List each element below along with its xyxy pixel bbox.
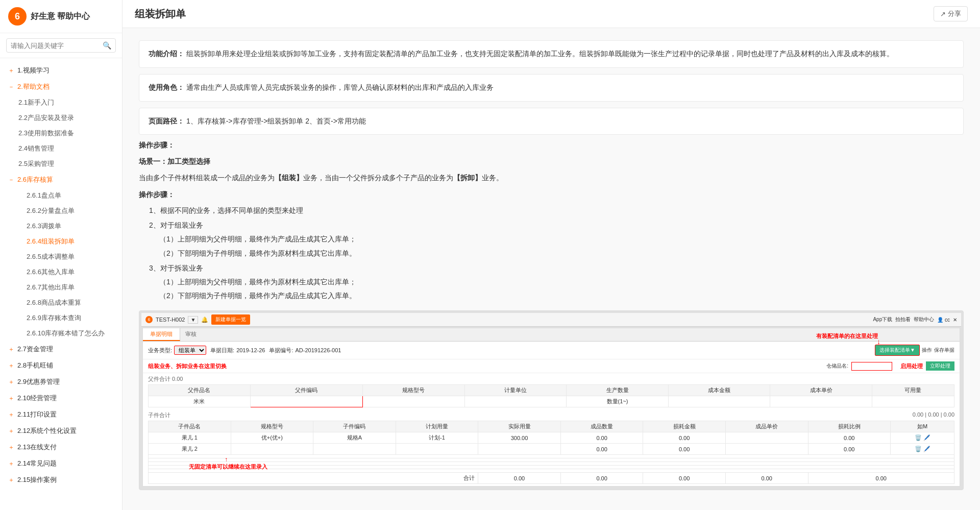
- sc-new-btn[interactable]: 新建单据一览: [211, 314, 250, 325]
- sub-cell-7: 0.00: [643, 432, 726, 444]
- sc-select-bom-btn[interactable]: 选择装配清单▼: [875, 345, 920, 356]
- annotation-switch-label: 组装业务、拆卸业务在这里切换: [148, 362, 227, 370]
- sub-cell-1: 果儿 1: [149, 432, 231, 444]
- sub-empty-row-6: [149, 466, 954, 469]
- sidebar-item-2-2[interactable]: 2.2产品安装及登录: [0, 110, 122, 126]
- expand-icon: ＋: [8, 394, 14, 403]
- share-label: 分享: [948, 9, 961, 18]
- ops-section: 操作步骤： 场景一：加工类型选择 当由多个子件材料组装成一个成品的业务为【组装】…: [139, 141, 964, 490]
- sub-table-row: [149, 466, 954, 469]
- expand-icon: ＋: [8, 361, 14, 370]
- sc-app-icon1: App下载: [873, 316, 892, 323]
- sub-col-h4: 计划用量: [396, 421, 478, 432]
- sidebar-item-2-4[interactable]: 2.4销售管理: [0, 141, 122, 156]
- sub-cell-2: 优+(优+): [231, 432, 313, 444]
- sub-cell-6: 0.00: [560, 432, 643, 444]
- sidebar-item-2-6-7[interactable]: 2.6.7其他出库单: [0, 280, 122, 295]
- sub-cell2-5: [478, 444, 561, 455]
- sub-table-row: 果儿 2 0.00 0.00 0.00 🗑️ 🖊️: [149, 444, 954, 455]
- sidebar-item-2-6-3[interactable]: 2.6.3调拨单: [0, 218, 122, 234]
- col-h6: 成本金额: [668, 385, 770, 396]
- sc-tab-detail[interactable]: 单据明细: [143, 328, 180, 341]
- step3-2: （2）下部明细为子件明细，最终作为产成品生成其它入库单。: [139, 289, 964, 302]
- sub-cell-8: [725, 432, 808, 444]
- sc-no-val: AD-20191226-001: [295, 347, 341, 353]
- sidebar-item-video[interactable]: ＋ 1.视频学习: [0, 62, 122, 79]
- sc-warehouse-input[interactable]: [851, 362, 892, 371]
- sidebar-item-2-13[interactable]: ＋ 2.13在线支付: [0, 439, 122, 455]
- search-box[interactable]: 🔍: [6, 38, 116, 53]
- search-input[interactable]: [11, 42, 103, 50]
- sub-cell2-4: [396, 444, 478, 455]
- sc-save-btn[interactable]: 保存单据: [934, 347, 954, 354]
- sc-icon1: 🔔: [201, 317, 208, 323]
- annotation-manual-label: 无固定清单可以继续在这里录入: [189, 463, 267, 471]
- sub-table-row: [149, 469, 954, 473]
- sidebar-item-2-6[interactable]: － 2.6库存核算: [0, 172, 122, 188]
- sc-confirm-btn[interactable]: 立即处理: [926, 361, 954, 371]
- app-title: 好生意 帮助中心: [31, 11, 90, 22]
- sidebar-item-docs[interactable]: － 2.帮助文档: [0, 79, 122, 95]
- sidebar-item-2-3[interactable]: 2.3使用前数据准备: [0, 126, 122, 141]
- sc-main-window: 单据明细 审核 业务类型: 组装单 拆卸单 单据日: [142, 328, 960, 487]
- sub-empty-row-3: [149, 455, 954, 458]
- sidebar-item-2-6-10[interactable]: 2.6.10库存账本错了怎么办: [0, 326, 122, 341]
- cell-avail: [872, 396, 954, 407]
- sc-close-icon[interactable]: ✕: [953, 317, 957, 323]
- sc-tab-review[interactable]: 审核: [180, 328, 202, 341]
- sc-upper-table-area: 父件合计 0.00 父件品名 父件编码 规格型号 计量单位 生产数量 成本金额: [143, 373, 960, 409]
- search-icon[interactable]: 🔍: [103, 41, 111, 50]
- sidebar-item-2-14[interactable]: ＋ 2.14常见问题: [0, 455, 122, 472]
- sub-col-h6: 成品数量: [560, 421, 643, 432]
- sidebar-item-2-6-1[interactable]: 2.6.1盘点单: [0, 188, 122, 203]
- sc-lower-table-area: 子件合计 0.00 | 0.00 | 0.00 子件品名 规格型号 子件编码 计…: [143, 409, 960, 486]
- step2-1: （1）上部明细为父件明细，最终作为产成品生成其它入库单；: [139, 233, 964, 246]
- expand-icon: ＋: [8, 427, 14, 435]
- sidebar-item-2-6-4[interactable]: 2.6.4组装拆卸单: [0, 234, 122, 249]
- sub-col-h10: 如M: [891, 421, 954, 432]
- sidebar-item-2-6-6[interactable]: 2.6.6其他入库单: [0, 264, 122, 280]
- sidebar-item-2-1[interactable]: 2.1新手入门: [0, 95, 122, 110]
- cell-spec: [363, 396, 465, 407]
- nav-tree: ＋ 1.视频学习 － 2.帮助文档 2.1新手入门 2.2产品安装及登录 2.3…: [0, 58, 122, 510]
- sidebar-item-2-8[interactable]: ＋ 2.8手机旺铺: [0, 357, 122, 374]
- sidebar-item-2-5[interactable]: 2.5采购管理: [0, 156, 122, 172]
- sub-cell2-2: [231, 444, 313, 455]
- sc-lower-table: 子件品名 规格型号 子件编码 计划用量 实际用量 成品数量 损耗金额 成品单价 …: [148, 421, 954, 484]
- sidebar-item-2-7[interactable]: ＋ 2.7资金管理: [0, 341, 122, 357]
- collapse-icon-2-6: －: [8, 176, 14, 184]
- scene1-title: 场景一：加工类型选择: [139, 155, 964, 168]
- share-button[interactable]: ↗ 分享: [934, 6, 968, 21]
- sidebar-item-2-11[interactable]: ＋ 2.11打印设置: [0, 406, 122, 423]
- sc-titlebar: 6 TEST-H002 ▼ 🔔 新建单据一览 App下载 拍拍看 帮助中心 👤 …: [141, 313, 961, 327]
- sidebar-item-2-12[interactable]: ＋ 2.12系统个性化设置: [0, 423, 122, 439]
- cell-code-input[interactable]: [293, 399, 319, 405]
- step3: 3、对于拆装业务: [139, 262, 964, 275]
- sidebar-item-2-6-9[interactable]: 2.6.9库存账本查询: [0, 310, 122, 326]
- sidebar-item-2-9[interactable]: ＋ 2.9优惠券管理: [0, 374, 122, 390]
- sidebar-item-2-6-8[interactable]: 2.6.8商品成本重算: [0, 295, 122, 310]
- col-h3: 规格型号: [363, 385, 465, 396]
- sidebar-item-2-15[interactable]: ＋ 2.15操作案例: [0, 472, 122, 488]
- nav-label: 2.10经营管理: [17, 394, 57, 403]
- sc-type-select[interactable]: 组装单 拆卸单: [174, 346, 206, 355]
- nav-label: 2.15操作案例: [17, 475, 57, 484]
- footer-val2: 0.00: [560, 473, 643, 484]
- sub-cell2-7: 0.00: [643, 444, 726, 455]
- sc-date-label: 单据日期:: [210, 347, 234, 354]
- logo-icon: 6: [8, 7, 27, 26]
- annotation-enable-label: 启用处理: [900, 362, 923, 370]
- expand-icon: ＋: [8, 459, 14, 468]
- sidebar-item-2-6-5[interactable]: 2.6.5成本调整单: [0, 249, 122, 264]
- sub-col-h2: 规格型号: [231, 421, 313, 432]
- sc-sub-tabs: 组装业务、拆卸业务在这里切换 仓储品名: 启用处理 立即处理: [143, 359, 960, 373]
- sc-form-header: 业务类型: 组装单 拆卸单 单据日期: 2019-12-26 单据编号:: [143, 342, 960, 359]
- col-h7: 成本单价: [770, 385, 872, 396]
- nav-label: 2.11打印设置: [17, 410, 57, 419]
- step1: 1、根据不同的业务，选择不同单据的类型来处理: [139, 204, 964, 217]
- sidebar-item-2-6-2[interactable]: 2.6.2分量盘点单: [0, 203, 122, 218]
- nav-label: 2.12系统个性化设置: [17, 426, 77, 435]
- sidebar-item-2-10[interactable]: ＋ 2.10经营管理: [0, 390, 122, 406]
- sub-cell-4: 计划-1: [396, 432, 478, 444]
- sub-cell-10: 🗑️ 🖊️: [891, 432, 954, 444]
